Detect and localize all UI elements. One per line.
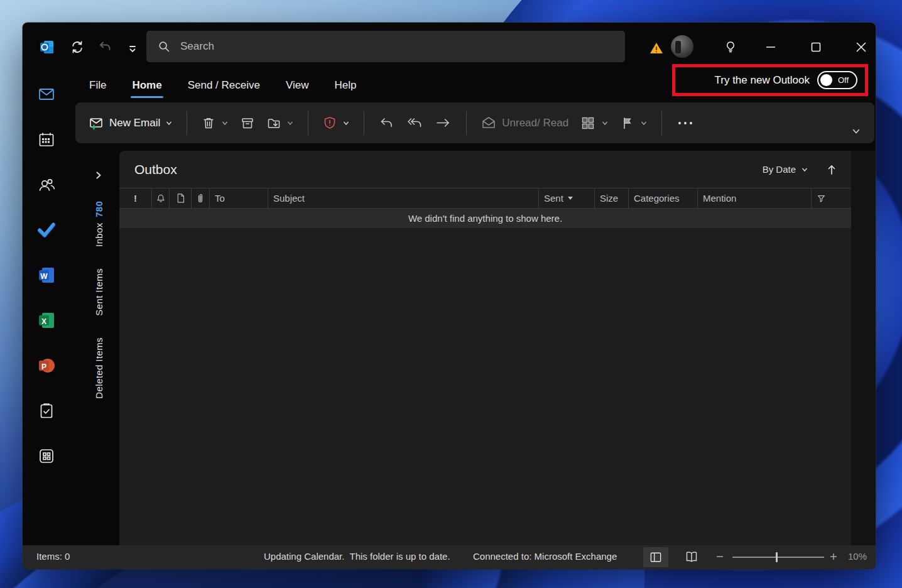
nav-tasks[interactable] [34, 398, 59, 423]
layout-view-icon [649, 552, 662, 563]
customize-quick-access-icon[interactable] [123, 40, 142, 58]
close-button[interactable] [852, 38, 871, 57]
warning-icon[interactable] [647, 39, 666, 58]
svg-text:W: W [40, 272, 48, 281]
sort-descending-icon [568, 197, 573, 200]
reminder-bell-icon [156, 193, 166, 204]
new-email-icon [88, 115, 104, 131]
lightbulb-icon[interactable] [721, 38, 740, 57]
column-item-type[interactable] [170, 188, 192, 208]
ribbon-separator [364, 111, 364, 135]
expand-folder-pane-chevron[interactable] [89, 166, 108, 185]
list-header: Outbox By Date [119, 151, 851, 188]
envelope-open-icon [481, 115, 497, 131]
scrollbar-gutter[interactable] [851, 151, 876, 545]
avatar[interactable] [671, 35, 693, 58]
zoom-in-button[interactable] [829, 552, 838, 561]
column-header-row: ! To [119, 188, 851, 209]
zoom-slider-thumb[interactable] [776, 552, 778, 562]
zoom-slider-track[interactable] [732, 557, 824, 558]
undo-icon[interactable] [95, 38, 114, 57]
svg-text:X: X [41, 317, 46, 326]
zoom-out-button[interactable] [715, 552, 724, 561]
menu-view[interactable]: View [285, 77, 310, 94]
menu-home[interactable]: Home [131, 77, 163, 94]
reply-button[interactable] [374, 111, 398, 135]
items-count: Items: 0 [36, 551, 70, 562]
nav-powerpoint[interactable]: P [34, 353, 59, 378]
chevron-down-icon [801, 166, 808, 173]
minimize-button[interactable] [761, 38, 780, 57]
delete-button[interactable] [197, 112, 232, 134]
nav-mail[interactable] [34, 82, 59, 107]
chevron-down-icon [342, 119, 350, 127]
empty-folder-message: We didn't find anything to show here. [119, 209, 851, 228]
zoom-level[interactable]: 10% [848, 551, 867, 562]
column-attachment[interactable] [192, 188, 210, 208]
try-new-outlook-label: Try the new Outlook [715, 74, 810, 87]
folder-sent-items[interactable]: Sent Items [94, 268, 104, 316]
toggle-knob [820, 74, 832, 86]
reading-view-button[interactable] [683, 550, 700, 565]
normal-view-button[interactable] [643, 547, 668, 567]
follow-up-flag-button[interactable] [616, 112, 651, 134]
menu-help[interactable]: Help [333, 77, 357, 94]
attachment-icon [196, 193, 205, 204]
move-to-button[interactable] [263, 112, 298, 134]
item-type-icon [176, 193, 185, 204]
search-input[interactable] [180, 40, 614, 53]
unread-read-button[interactable]: Unread/ Read [477, 111, 572, 135]
categorize-button[interactable] [576, 111, 612, 135]
outlook-app-icon[interactable] [38, 38, 57, 57]
sort-direction-button[interactable] [822, 160, 841, 179]
reading-view-icon [684, 550, 699, 564]
more-commands-button[interactable] [672, 122, 698, 124]
menu-send-receive[interactable]: Send / Receive [187, 77, 261, 94]
sync-status: Updating Calendar. This folder is up to … [264, 551, 450, 562]
column-to[interactable]: To [210, 188, 268, 208]
nav-more-apps[interactable] [34, 444, 59, 469]
column-size[interactable]: Size [595, 188, 629, 208]
forward-button[interactable] [431, 111, 456, 135]
ribbon-separator [308, 111, 308, 135]
column-sent[interactable]: Sent [539, 188, 595, 208]
nav-excel[interactable]: X [34, 308, 59, 333]
send-receive-sync-icon[interactable] [68, 38, 87, 57]
toggle-state-label: Off [838, 75, 849, 85]
column-subject[interactable]: Subject [268, 188, 539, 208]
folder-inbox[interactable]: Inbox780 [94, 201, 104, 247]
maximize-button[interactable] [807, 38, 825, 57]
title-bar [23, 23, 876, 70]
column-reminder[interactable] [152, 188, 170, 208]
chevron-down-icon [165, 119, 173, 127]
column-categories[interactable]: Categories [629, 188, 698, 208]
connection-status: Connected to: Microsoft Exchange [473, 551, 617, 562]
unread-read-label: Unread/ Read [502, 117, 568, 129]
nav-word[interactable]: W [34, 263, 59, 288]
sort-by-button[interactable]: By Date [763, 164, 808, 175]
column-filter[interactable] [812, 188, 851, 208]
ribbon-separator [661, 111, 662, 135]
new-email-button[interactable]: New Email [84, 111, 177, 135]
svg-text:P: P [41, 362, 46, 371]
menu-file[interactable]: File [88, 77, 107, 94]
folder-pane-collapsed: Inbox780 Sent Items Deleted Items [78, 151, 119, 545]
new-outlook-toggle[interactable]: Off [817, 71, 857, 89]
archive-button[interactable] [236, 112, 259, 134]
new-email-label: New Email [109, 117, 160, 129]
reply-all-button[interactable] [402, 111, 427, 135]
search-bar[interactable] [146, 31, 625, 62]
nav-todo[interactable] [34, 217, 59, 242]
column-importance[interactable]: ! [119, 188, 152, 208]
ribbon-collapse-chevron[interactable] [847, 122, 866, 141]
nav-people[interactable] [34, 172, 59, 197]
status-bar: Items: 0 Updating Calendar. This folder … [23, 545, 876, 569]
column-mention[interactable]: Mention [698, 188, 812, 208]
nav-calendar[interactable] [34, 127, 59, 152]
chevron-down-icon [640, 119, 648, 127]
chevron-down-icon [601, 119, 609, 127]
report-junk-button[interactable] [318, 112, 354, 134]
folder-deleted-items[interactable]: Deleted Items [94, 337, 104, 399]
ribbon-separator [187, 111, 187, 135]
menu-bar: File Home Send / Receive View Help [88, 70, 357, 101]
